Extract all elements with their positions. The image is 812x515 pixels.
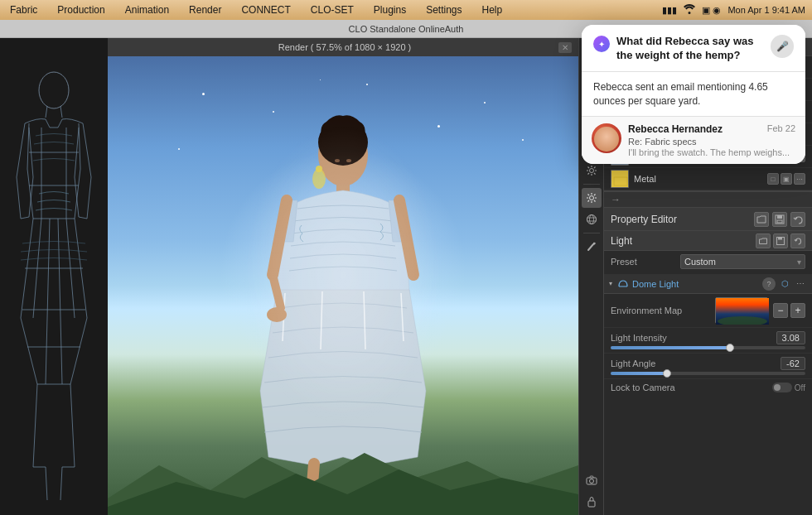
separator-arrow: → <box>611 194 621 205</box>
render-image <box>108 56 578 515</box>
light-angle-label: Light Angle <box>611 359 655 368</box>
obj-add-btn[interactable]: □ <box>767 173 779 185</box>
svg-rect-34 <box>588 501 595 507</box>
property-editor-title: Property Editor <box>611 214 677 225</box>
toolbar-btn-wrench[interactable] <box>582 237 602 257</box>
light-intensity-value[interactable]: 3.08 <box>776 331 805 344</box>
light-intensity-label: Light Intensity <box>611 333 667 343</box>
obj-more-btn[interactable]: ⋯ <box>794 173 805 185</box>
light-angle-value[interactable]: -62 <box>781 357 805 370</box>
system-icons: ▣ ◉ <box>702 5 721 16</box>
battery-icon: ▮▮▮ <box>662 5 677 16</box>
dome-more-btn[interactable]: ⋯ <box>794 277 807 291</box>
dome-light-header[interactable]: ▾ Dome Light ? ⬡ ⋯ <box>604 274 812 294</box>
menu-fabric[interactable]: Fabric <box>7 2 41 17</box>
property-editor-actions <box>754 212 805 227</box>
menu-settings[interactable]: Settings <box>423 2 465 17</box>
star <box>484 102 486 103</box>
email-date: Feb 22 <box>767 123 795 135</box>
light-undo-btn[interactable] <box>790 233 805 248</box>
light-intensity-slider[interactable] <box>611 346 805 349</box>
light-intensity-thumb[interactable] <box>726 344 734 352</box>
light-intensity-header: Light Intensity 3.08 <box>611 331 805 344</box>
menu-production[interactable]: Production <box>54 2 108 17</box>
prop-folder-btn[interactable] <box>754 212 769 227</box>
ai-siri-icon: ✦ <box>593 36 610 52</box>
lock-to-camera-value: Off <box>795 383 805 392</box>
light-section-header: Light <box>604 231 812 251</box>
prop-undo-btn[interactable] <box>790 212 805 227</box>
email-preview-text: I'll bring the swatch. The hemp weighs..… <box>628 147 795 157</box>
dome-help-btn[interactable]: ? <box>762 277 776 291</box>
prop-save-btn[interactable] <box>772 212 787 227</box>
light-intensity-section: Light Intensity 3.08 <box>604 328 812 354</box>
mountains <box>108 449 578 515</box>
lock-to-camera-toggle[interactable]: Off <box>772 383 805 392</box>
dome-icon <box>617 278 629 290</box>
dome-light-actions: ? ⬡ ⋯ <box>762 277 807 291</box>
menu-animation[interactable]: Animation <box>122 2 172 17</box>
light-angle-header: Light Angle -62 <box>611 357 805 370</box>
app-title: CLO Standalone OnlineAuth <box>349 24 464 34</box>
menu-closet[interactable]: CLO-SET <box>307 2 357 17</box>
render-header: Render ( 57.5% of 1080 × 1920 ) ✕ <box>108 38 578 56</box>
obj-copy-btn[interactable]: ▣ <box>781 173 792 185</box>
ai-email-preview[interactable]: Rebecca Hernandez Feb 22 Re: Fabric spec… <box>582 117 805 164</box>
ai-question-text: What did Rebecca say was the weight of t… <box>616 35 764 63</box>
toolbar-divider-4 <box>583 233 600 233</box>
svg-point-33 <box>589 479 593 484</box>
star <box>366 84 368 85</box>
menu-connect[interactable]: CONNECT <box>238 2 293 17</box>
wifi-icon <box>684 4 695 16</box>
light-section-label: Light <box>611 235 632 247</box>
lock-to-camera-label: Lock to Camera <box>611 383 675 392</box>
render-viewport: Render ( 57.5% of 1080 × 1920 ) ✕ <box>108 38 578 515</box>
light-angle-thumb[interactable] <box>663 369 671 378</box>
wireframe-figure <box>4 53 104 500</box>
preset-select[interactable]: Custom ▾ <box>680 254 805 269</box>
preset-label: Preset <box>611 257 677 267</box>
list-item[interactable]: Metal □ ▣ ⋯ <box>604 168 812 190</box>
ai-mic-button[interactable]: 🎤 <box>771 35 794 58</box>
toggle-track <box>772 383 792 392</box>
env-map-add-btn[interactable]: − <box>773 303 788 318</box>
email-subject: Re: Fabric specs <box>628 137 795 147</box>
object-actions: □ ▣ ⋯ <box>767 173 805 185</box>
svg-rect-41 <box>778 237 782 239</box>
star <box>522 139 524 141</box>
render-close-btn[interactable]: ✕ <box>558 42 572 53</box>
light-angle-slider[interactable] <box>611 372 805 375</box>
menu-bar-right: ▮▮▮ ▣ ◉ Mon Apr 1 9:41 AM <box>662 4 805 16</box>
email-sender: Rebecca Hernandez <box>628 123 723 135</box>
svg-line-1 <box>46 106 47 118</box>
menu-help[interactable]: Help <box>479 2 506 17</box>
ai-answer-text: Rebecca sent an email mentioning 4.65 ou… <box>582 72 805 117</box>
dome-link-btn[interactable]: ⬡ <box>778 277 791 291</box>
toolbar-btn-globe[interactable] <box>582 209 602 229</box>
dome-light-label: Dome Light <box>632 279 679 289</box>
svg-rect-39 <box>777 220 782 223</box>
lock-to-camera-row: Lock to Camera Off <box>604 379 812 396</box>
light-save-btn[interactable] <box>773 233 788 248</box>
svg-rect-36 <box>614 177 627 185</box>
light-folder-btn[interactable] <box>756 233 771 248</box>
env-map-remove-btn[interactable]: + <box>790 303 805 318</box>
svg-point-27 <box>587 215 596 224</box>
svg-line-31 <box>588 244 593 250</box>
panel-separator: → <box>604 191 812 208</box>
svg-point-26 <box>589 196 593 200</box>
toolbar-btn-lock[interactable] <box>582 492 602 512</box>
avatar-face <box>594 127 619 152</box>
env-map-thumbnail <box>715 297 768 324</box>
menu-render[interactable]: Render <box>186 2 225 17</box>
star <box>202 93 205 95</box>
wireframe-view <box>0 38 108 515</box>
star <box>178 148 180 150</box>
ai-email-header: Rebecca Hernandez Feb 22 <box>628 123 795 135</box>
menu-plugins[interactable]: Plugins <box>370 2 409 17</box>
property-editor-header: Property Editor <box>604 208 812 231</box>
toolbar-btn-render-settings[interactable] <box>582 188 602 208</box>
object-thumb <box>611 170 629 188</box>
ai-question-section: ✦ What did Rebecca say was the weight of… <box>582 25 805 71</box>
toolbar-btn-bottom-camera[interactable] <box>582 470 602 490</box>
